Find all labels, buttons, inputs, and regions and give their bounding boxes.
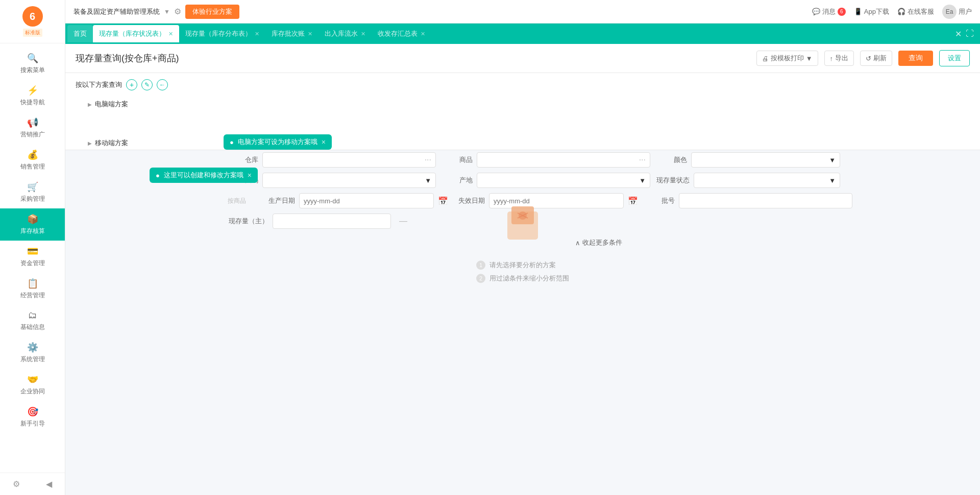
print-icon: 🖨	[762, 55, 769, 62]
origin-select[interactable]: ▼	[477, 173, 650, 188]
system-name: 装备及固定资产辅助管理系统	[74, 7, 160, 16]
sidebar-item-finance[interactable]: 💳 资金管理	[0, 241, 65, 273]
close-all-tabs-btn[interactable]: ✕	[955, 29, 962, 39]
tab-close-inventory-status[interactable]: ✕	[168, 31, 173, 37]
sidebar-item-inventory[interactable]: 📦 库存核算	[0, 208, 65, 241]
tooltip1-close-btn[interactable]: ×	[322, 138, 326, 146]
batch-input[interactable]	[679, 193, 852, 208]
user-btn[interactable]: Ea 用户	[942, 5, 972, 19]
size-select[interactable]: ▼	[262, 173, 436, 188]
scheme-item-mobile[interactable]: ▶ 移动端方案	[88, 136, 970, 150]
color-select[interactable]: ▼	[691, 152, 840, 168]
product-dots[interactable]: ···	[639, 155, 646, 164]
product-input[interactable]: ···	[477, 152, 650, 168]
header-left: 装备及固定资产辅助管理系统 ▼ ⚙ 体验行业方案	[74, 5, 239, 19]
sidebar-item-guide[interactable]: 🎯 新手引导	[0, 401, 65, 433]
filter-field-batch: 批号	[644, 193, 852, 208]
pc-scheme-arrow: ▶	[88, 102, 92, 107]
tab-inventory-dist[interactable]: 现存量（库存分布表） ✕	[179, 25, 265, 42]
scheme-item-pc[interactable]: ▶ 电脑端方案	[88, 98, 970, 111]
filter-row-3: 按商品 生产日期 📅 失效日期 📅 批号	[228, 193, 970, 208]
query-btn[interactable]: 查询	[898, 51, 933, 66]
filter-back-btn[interactable]: ←	[157, 79, 168, 90]
inventory-status-select[interactable]: ▼	[694, 173, 840, 188]
filter-add-btn[interactable]: +	[126, 79, 137, 90]
tab-close-in-out[interactable]: ✕	[361, 31, 365, 37]
origin-dropdown-icon: ▼	[639, 177, 646, 184]
guide-icon: 🎯	[27, 406, 38, 417]
tooltip1-dot: ●	[230, 138, 234, 146]
service-icon: 🎧	[897, 8, 905, 15]
sidebar-item-enterprise[interactable]: 🤝 企业协同	[0, 369, 65, 401]
header-gear-btn[interactable]: ⚙	[174, 7, 181, 16]
production-date-calendar-icon[interactable]: 📅	[438, 196, 448, 206]
empty-tips: 1 请先选择要分析的方案 2 用过滤条件来缩小分析范围	[476, 261, 569, 283]
tooltip2-dot: ●	[156, 172, 160, 179]
by-product-divider-label: 按商品	[228, 197, 246, 205]
color-label: 颜色	[656, 155, 687, 164]
scheme-list: ▶ 电脑端方案 ● 这里可以创建和修改方案哦 × ▶ 移动端方案	[76, 96, 970, 150]
online-service-btn[interactable]: 🎧 在线客服	[897, 7, 934, 16]
page-header: 现存量查询(按仓库+商品) 🖨 按模板打印 ▼ ↑ 导出 ↺ 刷新 查询 设置	[65, 44, 980, 73]
header-dropdown-icon[interactable]: ▼	[164, 8, 170, 15]
top-header: 装备及固定资产辅助管理系统 ▼ ⚙ 体验行业方案 💬 消息 6 📱 App下载 …	[65, 0, 980, 23]
tab-bar: 首页 现存量（库存状况表） ✕ 现存量（库存分布表） ✕ 库存批次账 ✕ 出入库…	[65, 23, 980, 44]
tab-batch[interactable]: 库存批次账 ✕	[265, 25, 318, 42]
sidebar-logo: 6 标准版	[0, 0, 65, 43]
export-btn[interactable]: ↑ 导出	[824, 51, 854, 66]
fullscreen-btn[interactable]: ⛶	[966, 29, 974, 38]
tooltip2-close-btn[interactable]: ×	[248, 171, 252, 179]
filter-row-4: 现存量（主） —	[228, 214, 970, 229]
sales-icon: 💰	[27, 149, 38, 160]
expiry-date-calendar-icon[interactable]: 📅	[628, 196, 638, 206]
quick-icon: ⚡	[27, 85, 38, 96]
tab-home[interactable]: 首页	[67, 25, 93, 42]
production-date-label: 生产日期	[264, 196, 295, 205]
tab-bar-actions: ✕ ⛶	[955, 29, 978, 39]
collapse-icon: ∧	[575, 239, 580, 247]
sidebar: 6 标准版 🔍 搜索菜单 ⚡ 快捷导航 📢 营销推广 💰 销售管理 🛒 采购管理…	[0, 0, 65, 495]
sidebar-item-basic[interactable]: 🗂 基础信息	[0, 305, 65, 337]
tooltip-create-scheme: ● 这里可以创建和修改方案哦 ×	[150, 168, 258, 183]
warehouse-dots[interactable]: ···	[425, 155, 431, 164]
settings-footer-btn[interactable]: ⚙	[13, 479, 20, 489]
app-download-btn[interactable]: 📱 App下载	[854, 7, 889, 16]
tab-inventory-status[interactable]: 现存量（库存状况表） ✕	[93, 25, 179, 42]
filter-field-origin: 产地 ▼	[442, 173, 650, 188]
app-icon: 📱	[854, 8, 862, 15]
empty-tip-1: 1 请先选择要分析的方案	[476, 261, 569, 270]
message-btn[interactable]: 💬 消息 6	[812, 7, 846, 16]
sidebar-item-sales[interactable]: 💰 销售管理	[0, 144, 65, 176]
filter-edit-btn[interactable]: ✎	[141, 79, 153, 90]
refresh-icon: ↺	[866, 55, 871, 62]
tab-close-receive[interactable]: ✕	[421, 31, 425, 37]
filter-field-inventory-status: 现存量状态 ▼	[656, 173, 840, 188]
sidebar-item-purchase[interactable]: 🛒 采购管理	[0, 176, 65, 208]
experience-btn[interactable]: 体验行业方案	[185, 5, 239, 19]
warehouse-input[interactable]: ···	[262, 152, 436, 168]
collapse-filter-btn[interactable]: ∧ 收起更多条件	[228, 234, 970, 251]
current-qty-label: 现存量（主）	[228, 217, 268, 226]
origin-label: 产地	[442, 176, 473, 185]
collapse-sidebar-btn[interactable]: ◀	[46, 479, 52, 489]
tab-close-batch[interactable]: ✕	[308, 31, 312, 37]
production-date-input[interactable]	[299, 193, 434, 208]
sidebar-item-search[interactable]: 🔍 搜索菜单	[0, 48, 65, 80]
sidebar-item-management[interactable]: 📋 经营管理	[0, 273, 65, 305]
export-icon: ↑	[830, 55, 834, 62]
tab-in-out[interactable]: 出入库流水 ✕	[318, 25, 372, 42]
refresh-btn[interactable]: ↺ 刷新	[860, 51, 892, 66]
settings-btn[interactable]: 设置	[939, 50, 970, 66]
inventory-status-dropdown-icon: ▼	[829, 177, 836, 184]
print-btn[interactable]: 🖨 按模板打印 ▼	[756, 51, 818, 66]
tab-receive[interactable]: 收发存汇总表 ✕	[372, 25, 431, 42]
sidebar-item-marketing[interactable]: 📢 营销推广	[0, 112, 65, 144]
print-dropdown-icon: ▼	[806, 55, 813, 62]
page-actions: 🖨 按模板打印 ▼ ↑ 导出 ↺ 刷新 查询 设置	[756, 50, 970, 66]
filter-field-product: 商品 ···	[442, 152, 650, 168]
batch-label: 批号	[644, 196, 675, 205]
sidebar-item-quick[interactable]: ⚡ 快捷导航	[0, 80, 65, 112]
tab-close-inventory-dist[interactable]: ✕	[255, 31, 259, 37]
sidebar-item-system[interactable]: ⚙️ 系统管理	[0, 337, 65, 369]
current-qty-from-input[interactable]	[273, 214, 391, 229]
